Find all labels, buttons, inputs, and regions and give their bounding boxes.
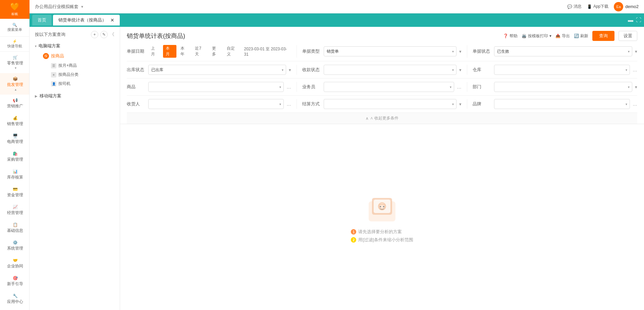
sidebar-search-section: 🔍 搜索菜单	[0, 19, 29, 37]
pc-scheme-toggle[interactable]: ▾ 电脑端方案	[32, 41, 117, 51]
query-btn[interactable]: 查询	[592, 31, 614, 41]
retail-icon: 🛒	[13, 55, 18, 60]
collection-dropdown-icon[interactable]: ▾	[459, 67, 462, 72]
brand-dots-icon[interactable]: …	[633, 101, 637, 107]
settlement-dropdown-icon[interactable]: ▾	[459, 102, 462, 107]
workspace-dropdown-icon[interactable]: ▾	[81, 4, 83, 9]
edit-scheme-btn[interactable]: ✎	[100, 31, 108, 38]
date-tab-this-month[interactable]: 本月	[163, 45, 176, 58]
salesperson-dots-icon[interactable]: …	[457, 84, 462, 90]
by-goods-label: 按商品	[51, 53, 64, 59]
receiver-dots-icon[interactable]: …	[286, 101, 291, 107]
warehouse-out-dropdown-icon[interactable]: ▾	[289, 67, 291, 72]
date-filter-label: 单据日期	[127, 48, 146, 54]
message-btn[interactable]: 💬 消息	[567, 4, 582, 9]
sidebar-item-newbie[interactable]: 🎯 新手引导	[0, 272, 29, 290]
sidebar-item-ecom[interactable]: 🖥️ 电商管理	[0, 130, 29, 148]
warehouse-input[interactable]	[494, 65, 630, 75]
report-panel: 销货单统计表(按商品) ❓ 帮助 🖨️ 按模板打印 ▾ 📤	[120, 27, 644, 310]
sidebar-item-finance[interactable]: 💳 资金管理	[0, 184, 29, 201]
scheme-by-month-goods[interactable]: ☰ 按月+商品	[40, 61, 117, 70]
warehouse-out-input[interactable]	[148, 65, 286, 75]
date-tab-7days[interactable]: 近7天	[192, 45, 208, 58]
tab-expand-icon[interactable]: ⛶	[636, 17, 641, 23]
sidebar-item-sales[interactable]: 💰 销售管理	[0, 112, 29, 130]
search-menu-btn[interactable]: 🔍 搜索菜单	[6, 21, 23, 34]
page-title-row: 销货单统计表(按商品) ❓ 帮助 🖨️ 按模板打印 ▾ 📤	[127, 31, 637, 41]
scheme-panel-title: 按以下方案查询	[35, 32, 65, 38]
date-filter-item: 单据日期 上月 本月 本年 近7天 更多 自定义 2023-03-01 至 20…	[127, 45, 297, 58]
brand-input[interactable]	[494, 99, 630, 109]
enterprise-icon: 🤝	[13, 258, 18, 263]
scheme-panel-actions: + ✎ 《	[91, 31, 114, 38]
warehouse-dots-icon[interactable]: …	[633, 67, 637, 72]
order-status-select-wrapper	[494, 46, 632, 56]
sidebar-item-basic[interactable]: 📋 基础信息	[0, 219, 29, 237]
settings-btn[interactable]: 设置	[619, 31, 637, 41]
finance-icon: 💳	[13, 187, 18, 192]
settlement-select-wrapper	[324, 99, 456, 109]
collapse-more-btn[interactable]: ∧ ∧ 收起更多条件	[127, 112, 637, 124]
top-header: 办公用品行业模拟账套 ▾ 💬 消息 📱 App下载 Ea demo2	[30, 0, 644, 13]
page-toolbar: ❓ 帮助 🖨️ 按模板打印 ▾ 📤 导出 �	[503, 31, 637, 41]
export-btn[interactable]: 📤 导出	[555, 33, 570, 39]
order-status-dropdown-icon[interactable]: ▾	[635, 49, 637, 54]
date-tab-this-year[interactable]: 本年	[178, 45, 191, 58]
help-btn[interactable]: ❓ 帮助	[503, 33, 518, 39]
scheme-by-category[interactable]: ≡ 按商品分类	[40, 70, 117, 79]
sidebar-item-marketing[interactable]: 📢 营销推广	[0, 95, 29, 112]
goods-label: 商品	[127, 84, 146, 90]
user-profile-btn[interactable]: Ea demo2	[614, 2, 639, 11]
sidebar-item-wechat[interactable]: 💬 企业微信	[0, 308, 29, 310]
goods-input[interactable]	[148, 82, 284, 92]
empty-illustration	[362, 191, 402, 225]
quick-nav-btn[interactable]: ⚡ 快捷导航	[6, 38, 23, 50]
tab-sales-stat[interactable]: 销货单统计表（按商品） ✕	[53, 15, 120, 25]
scheme-by-driver[interactable]: 👤 按司机	[40, 79, 117, 88]
sidebar-item-operation[interactable]: 📈 经营管理	[0, 201, 29, 219]
avatar: Ea	[614, 2, 623, 11]
department-input[interactable]	[494, 82, 632, 92]
date-tab-last-month[interactable]: 上月	[148, 45, 162, 58]
sidebar-item-inventory[interactable]: 📊 库存核算	[0, 166, 29, 184]
receiver-input[interactable]	[148, 99, 284, 109]
order-type-input[interactable]	[324, 46, 456, 56]
app-download-btn[interactable]: 📱 App下载	[587, 4, 608, 9]
date-tab-custom[interactable]: 自定义	[224, 45, 241, 58]
by-month-goods-icon: ☰	[51, 63, 56, 68]
order-status-input[interactable]	[494, 46, 632, 56]
tab-minimize-icon[interactable]: ▬	[628, 17, 633, 23]
settlement-input[interactable]	[324, 99, 456, 109]
tab-bar: 首页 销货单统计表（按商品） ✕ ▬ ⛶	[30, 13, 644, 27]
sidebar-item-wholesale[interactable]: 📦 批发管理 ▴	[0, 73, 29, 95]
print-btn[interactable]: 🖨️ 按模板打印 ▾	[522, 33, 551, 39]
date-tab-more[interactable]: 更多	[209, 45, 223, 58]
mobile-scheme-toggle[interactable]: ▶ 移动端方案	[32, 91, 117, 101]
salesperson-input[interactable]	[324, 82, 454, 92]
date-range-text: 2023-03-01 至 2023-03-31	[244, 46, 291, 57]
sidebar-item-purchase[interactable]: 🛍️ 采购管理	[0, 148, 29, 166]
tab-close-icon[interactable]: ✕	[110, 17, 114, 23]
sidebar-item-retail[interactable]: 🛒 零售管理 ▾	[0, 52, 29, 73]
sidebar-item-enterprise[interactable]: 🤝 企业协同	[0, 255, 29, 272]
filter-section: 单据日期 上月 本月 本年 近7天 更多 自定义 2023-03-01 至 20…	[127, 45, 637, 112]
department-dropdown-icon[interactable]: ▾	[635, 85, 637, 90]
logo-text: 标账	[11, 12, 18, 16]
print-icon: 🖨️	[522, 34, 527, 38]
refresh-btn[interactable]: 🔄 刷新	[574, 33, 588, 39]
scheme-by-goods[interactable]: 按 按商品	[40, 51, 117, 61]
wholesale-icon: 📦	[13, 76, 18, 81]
collection-label: 收款状态	[302, 67, 321, 73]
tab-home[interactable]: 首页	[32, 15, 52, 25]
order-type-dropdown-icon[interactable]: ▾	[459, 49, 462, 54]
scheme-panel: 按以下方案查询 + ✎ 《 ▾ 电脑端方案 按 按商品	[30, 27, 120, 310]
app-logo[interactable]: 🧡 标账	[0, 0, 30, 19]
order-status-label: 单据状态	[473, 48, 491, 54]
mobile-scheme-label: 移动端方案	[40, 93, 61, 99]
collection-input[interactable]	[324, 65, 456, 75]
sidebar-item-appcenter[interactable]: 🔧 应用中心	[0, 290, 29, 308]
add-scheme-btn[interactable]: +	[91, 31, 98, 38]
collapse-panel-btn[interactable]: 《	[110, 32, 114, 38]
sidebar-item-system[interactable]: ⚙️ 系统管理	[0, 237, 29, 255]
goods-dots-icon[interactable]: …	[286, 84, 291, 90]
